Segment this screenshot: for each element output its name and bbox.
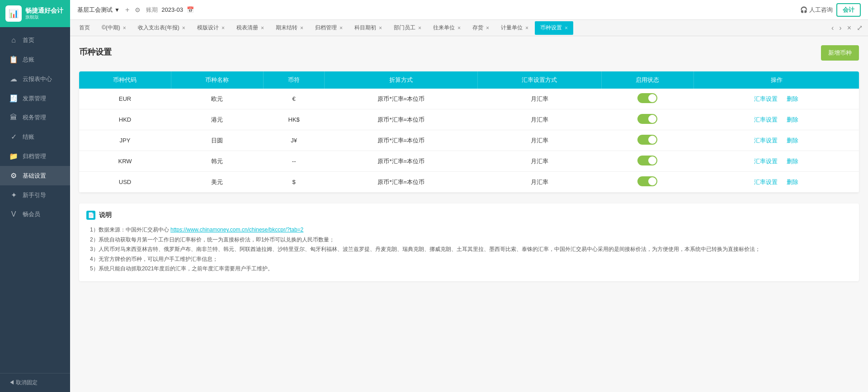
tab-archive-close[interactable]: × <box>340 25 343 31</box>
sidebar-item-member[interactable]: V 畅会员 <box>0 205 70 224</box>
sidebar: 📊 畅捷通好会计 旗舰版 ⌂ 首页 📋 总账 ☁ 云报表中心 🧾 发票管理 🏛 … <box>0 0 70 392</box>
tab-clients[interactable]: 往来单位 × <box>428 21 466 35</box>
cell-symbol-2: J¥ <box>263 130 324 151</box>
delete-link-4[interactable]: 删除 <box>787 179 798 185</box>
sidebar-item-guide[interactable]: ✦ 新手引导 <box>0 185 70 205</box>
tab-archive[interactable]: 归档管理 × <box>310 21 348 35</box>
delete-link-2[interactable]: 删除 <box>787 137 798 144</box>
tab-template[interactable]: 模版设计 × <box>192 21 230 35</box>
tab-inventory[interactable]: 存货 × <box>467 21 495 35</box>
tab-account-init[interactable]: 科目期初 × <box>349 21 387 35</box>
cell-symbol-1: HK$ <box>263 109 324 130</box>
cell-action-2: 汇率设置 删除 <box>694 130 859 151</box>
cell-status-4 <box>601 172 693 193</box>
rate-setting-link-3[interactable]: 汇率设置 <box>754 158 778 165</box>
cell-rate-2: 月汇率 <box>478 130 601 151</box>
cell-action-4: 汇率设置 删除 <box>694 172 859 193</box>
sidebar-item-archive-label: 归档管理 <box>23 152 46 161</box>
tab-mid-close[interactable]: × <box>123 25 126 31</box>
tab-clients-close[interactable]: × <box>458 25 461 31</box>
tab-inventory-close[interactable]: × <box>486 25 489 31</box>
topbar-add-icon[interactable]: + <box>125 6 129 14</box>
account-button[interactable]: 会计 <box>836 3 861 17</box>
toggle-3[interactable] <box>637 156 657 165</box>
cell-name-3: 韩元 <box>171 151 263 172</box>
sidebar-item-archive[interactable]: 📁 归档管理 <box>0 146 70 166</box>
rate-setting-link-0[interactable]: 汇率设置 <box>754 95 778 102</box>
sidebar-pin-toggle[interactable]: ◀ 取消固定 <box>0 373 70 392</box>
cell-action-3: 汇率设置 删除 <box>694 151 859 172</box>
tab-period-end-close[interactable]: × <box>300 25 303 31</box>
page-title: 币种设置 <box>79 47 112 57</box>
notes-link[interactable]: https://www.chinamoney.com.cn/chinese/bk… <box>170 227 303 233</box>
cell-name-0: 欧元 <box>171 89 263 109</box>
cell-name-2: 日圆 <box>171 130 263 151</box>
sidebar-item-settings[interactable]: ⚙ 基础设置 <box>0 166 70 185</box>
notes-icon: 📄 <box>86 211 95 220</box>
tab-dept[interactable]: 部门员工 × <box>388 21 427 35</box>
toggle-2[interactable] <box>637 135 657 145</box>
cell-rate-3: 月汇率 <box>478 151 601 172</box>
sidebar-item-invoice[interactable]: 🧾 发票管理 <box>0 89 70 108</box>
tab-income[interactable]: 收入支出表(年报) × <box>132 21 191 35</box>
sidebar-item-tax[interactable]: 🏛 税务管理 <box>0 108 70 127</box>
page-header: 币种设置 新增币种 <box>79 45 859 66</box>
guide-icon: ✦ <box>9 191 18 199</box>
tab-dept-close[interactable]: × <box>418 25 421 31</box>
tab-unit-close[interactable]: × <box>525 25 528 31</box>
sidebar-item-member-label: 畅会员 <box>23 210 40 218</box>
sidebar-item-invoice-label: 发票管理 <box>23 94 46 103</box>
sidebar-item-tax-label: 税务管理 <box>23 113 46 122</box>
tab-unit[interactable]: 计量单位 × <box>495 21 534 35</box>
sidebar-item-close[interactable]: ✓ 结账 <box>0 127 70 146</box>
tab-mid[interactable]: ©(中期) × <box>96 21 132 35</box>
toggle-0[interactable] <box>637 93 657 103</box>
col-status: 启用状态 <box>601 71 693 89</box>
logo-icon: 📊 <box>5 5 22 22</box>
tab-period-end[interactable]: 期末结转 × <box>270 21 309 35</box>
delete-link-0[interactable]: 删除 <box>787 95 798 102</box>
toggle-1[interactable] <box>637 114 657 124</box>
tab-income-close[interactable]: × <box>182 25 185 31</box>
headset-icon: 🎧 <box>800 6 807 13</box>
cell-action-0: 汇率设置 删除 <box>694 89 859 109</box>
delete-link-1[interactable]: 删除 <box>787 116 798 123</box>
new-currency-button[interactable]: 新增币种 <box>821 45 859 61</box>
tab-template-close[interactable]: × <box>222 25 225 31</box>
tab-account-init-close[interactable]: × <box>379 25 382 31</box>
sidebar-item-reports[interactable]: ☁ 云报表中心 <box>0 69 70 89</box>
help-button[interactable]: 🎧 人工咨询 <box>800 6 833 14</box>
tab-next-icon[interactable]: › <box>837 23 843 33</box>
rate-setting-link-4[interactable]: 汇率设置 <box>754 179 778 185</box>
tab-close-all-icon[interactable]: × <box>845 23 853 33</box>
sidebar-item-home-label: 首页 <box>23 36 34 44</box>
rate-setting-link-1[interactable]: 汇率设置 <box>754 116 778 123</box>
table-row: KRW 韩元 -- 原币*汇率=本位币 月汇率 汇率设置 删除 <box>79 151 859 172</box>
tab-tax-close[interactable]: × <box>261 25 264 31</box>
notes-item-1: 2）系统自动获取每月第一个工作日的汇率标价，统一为直接标价法，即1外币可以兑换的… <box>90 235 852 245</box>
rate-setting-link-2[interactable]: 汇率设置 <box>754 137 778 144</box>
sidebar-item-home[interactable]: ⌂ 首页 <box>0 31 70 50</box>
tab-expand-icon[interactable]: ⤢ <box>855 23 864 33</box>
tab-currency-close[interactable]: × <box>565 25 568 31</box>
topbar-right: 🎧 人工咨询 会计 <box>800 3 861 17</box>
cell-rate-4: 月汇率 <box>478 172 601 193</box>
sidebar-item-ledger[interactable]: 📋 总账 <box>0 50 70 69</box>
company-name[interactable]: 基层工会测试 ▼ <box>77 6 120 14</box>
topbar-gear-icon[interactable]: ⚙ <box>135 6 141 14</box>
tab-prev-icon[interactable]: ‹ <box>830 23 835 33</box>
company-dropdown-icon[interactable]: ▼ <box>114 7 120 13</box>
delete-link-3[interactable]: 删除 <box>787 158 798 165</box>
tabbar: 首页 ©(中期) × 收入支出表(年报) × 模版设计 × 税表清册 × 期末结… <box>70 20 868 36</box>
col-code: 币种代码 <box>79 71 171 89</box>
tab-tax[interactable]: 税表清册 × <box>231 21 269 35</box>
topbar-period: 账期 2023-03 📅 <box>146 6 194 14</box>
calendar-icon[interactable]: 📅 <box>187 6 194 13</box>
tab-currency[interactable]: 币种设置 × <box>535 21 573 35</box>
col-action: 操作 <box>694 71 859 89</box>
cell-conversion-2: 原币*汇率=本位币 <box>325 130 478 151</box>
cell-conversion-3: 原币*汇率=本位币 <box>325 151 478 172</box>
period-label: 账期 <box>146 6 158 14</box>
toggle-4[interactable] <box>637 176 657 186</box>
tab-home[interactable]: 首页 <box>74 21 95 35</box>
